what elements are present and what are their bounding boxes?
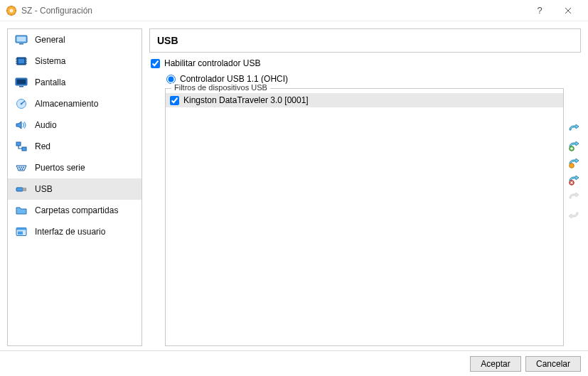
svg-rect-38 — [16, 228, 26, 230]
usb-panel: USB Habilitar controlador USB Controlado… — [149, 28, 581, 346]
window-title: SZ - Configuración — [21, 6, 92, 16]
sidebar-item-label: Audio — [35, 120, 57, 130]
sidebar-item-network[interactable]: Red — [8, 136, 141, 157]
sidebar-item-general[interactable]: General — [8, 29, 141, 50]
usb-ohci-radio-row[interactable]: Controlador USB 1.1 (OHCI) — [149, 74, 581, 84]
svg-point-28 — [18, 167, 20, 168]
add-empty-filter-button[interactable] — [567, 122, 580, 135]
sidebar-item-ui[interactable]: Interfaz de usuario — [8, 221, 141, 242]
page-title: USB — [149, 28, 581, 53]
help-button[interactable]: ? — [525, 0, 554, 21]
sidebar-item-serial[interactable]: Puertos serie — [8, 157, 141, 178]
svg-rect-35 — [23, 189, 24, 190]
sidebar-item-label: Almacenamiento — [35, 99, 98, 109]
svg-rect-27 — [22, 147, 26, 151]
svg-rect-23 — [19, 86, 23, 87]
accept-button[interactable]: Aceptar — [470, 356, 521, 372]
usb-filters-legend: Filtros de dispositivos USB — [171, 83, 270, 92]
svg-point-30 — [23, 167, 24, 168]
usb-icon — [15, 183, 28, 195]
sidebar-item-audio[interactable]: Audio — [8, 114, 141, 136]
sidebar-item-label: Puertos serie — [35, 163, 85, 173]
sidebar-item-shared-folders[interactable]: Carpetas compartidas — [8, 200, 141, 221]
cancel-button[interactable]: Cancelar — [525, 356, 581, 372]
app-icon — [6, 5, 17, 16]
close-button[interactable] — [554, 0, 582, 21]
sidebar-item-storage[interactable]: Almacenamiento — [8, 93, 141, 114]
move-filter-down-button[interactable] — [567, 208, 580, 220]
settings-sidebar: General Sistema Pantalla Almacenamiento … — [7, 28, 142, 346]
svg-point-41 — [570, 163, 574, 168]
add-device-filter-button[interactable] — [567, 139, 580, 152]
usb-device-list[interactable]: Kingston DataTraveler 3.0 [0001] — [166, 93, 563, 345]
svg-point-32 — [22, 168, 23, 170]
disk-icon — [15, 98, 28, 109]
usb-device-label: Kingston DataTraveler 3.0 [0001] — [183, 95, 309, 105]
usb-ohci-label: Controlador USB 1.1 (OHCI) — [180, 74, 288, 84]
svg-point-31 — [20, 168, 21, 170]
svg-rect-33 — [16, 188, 23, 191]
sidebar-item-usb[interactable]: USB — [8, 178, 141, 200]
edit-filter-button[interactable] — [567, 156, 580, 169]
sidebar-item-label: Interfaz de usuario — [35, 227, 105, 237]
sidebar-item-display[interactable]: Pantalla — [8, 72, 141, 93]
chip-icon — [15, 55, 28, 67]
enable-usb-label: Habilitar controlador USB — [164, 58, 260, 68]
titlebar: SZ - Configuración ? — [0, 0, 588, 21]
svg-rect-12 — [19, 43, 23, 45]
sidebar-item-system[interactable]: Sistema — [8, 50, 141, 72]
svg-rect-26 — [16, 142, 21, 146]
speaker-icon — [15, 119, 28, 131]
display-icon — [15, 77, 28, 88]
svg-rect-34 — [23, 188, 26, 190]
dialog-footer: Aceptar Cancelar — [0, 350, 588, 376]
svg-rect-11 — [17, 37, 26, 42]
enable-usb-checkbox-row[interactable]: Habilitar controlador USB — [149, 58, 581, 68]
svg-point-29 — [21, 167, 22, 168]
svg-point-1 — [10, 9, 14, 12]
sidebar-item-label: Red — [35, 141, 50, 151]
svg-rect-39 — [18, 232, 23, 235]
move-filter-up-button[interactable] — [567, 190, 580, 203]
usb-filters-fieldset: Filtros de dispositivos USB Kingston Dat… — [165, 88, 564, 346]
window-icon — [15, 226, 28, 237]
serial-port-icon — [15, 162, 28, 173]
svg-rect-36 — [24, 189, 25, 190]
sidebar-item-label: USB — [35, 184, 53, 194]
sidebar-item-label: Sistema — [35, 56, 65, 66]
svg-rect-22 — [17, 80, 26, 85]
usb-ohci-radio[interactable] — [166, 75, 176, 84]
monitor-icon — [15, 34, 28, 45]
sidebar-item-label: Carpetas compartidas — [35, 205, 118, 215]
enable-usb-checkbox[interactable] — [151, 59, 160, 68]
sidebar-item-label: Pantalla — [35, 77, 65, 87]
usb-device-checkbox[interactable] — [170, 96, 179, 105]
usb-filter-actions — [567, 122, 581, 220]
network-icon — [15, 141, 28, 152]
svg-rect-14 — [18, 59, 24, 63]
sidebar-item-label: General — [35, 35, 65, 45]
remove-filter-button[interactable] — [567, 173, 580, 186]
folder-icon — [15, 205, 28, 216]
usb-device-row[interactable]: Kingston DataTraveler 3.0 [0001] — [166, 93, 563, 107]
